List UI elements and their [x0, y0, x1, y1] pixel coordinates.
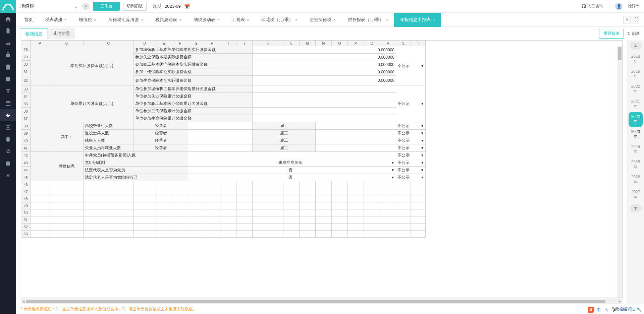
- cell[interactable]: 经营者: [134, 122, 188, 130]
- cell[interactable]: [84, 224, 134, 231]
- ime-punct-icon[interactable]: •,: [604, 307, 610, 313]
- tab-close-icon[interactable]: ×: [386, 17, 388, 22]
- cell[interactable]: [316, 181, 332, 188]
- cell[interactable]: 参加工伤保险本期实际缴费金额: [134, 68, 253, 76]
- cell[interactable]: 本期实际缴费金额(万元): [50, 46, 134, 85]
- cell[interactable]: [253, 231, 283, 238]
- cell[interactable]: [348, 202, 364, 209]
- cell[interactable]: [134, 224, 156, 231]
- cell[interactable]: [316, 137, 396, 144]
- cell[interactable]: [396, 209, 411, 216]
- cell[interactable]: [364, 224, 380, 231]
- cell[interactable]: [396, 181, 411, 188]
- cell[interactable]: [134, 216, 156, 224]
- cell[interactable]: [188, 137, 253, 144]
- subtab-other[interactable]: 其他信息: [48, 28, 75, 39]
- cell[interactable]: [364, 195, 380, 202]
- cell[interactable]: 0.000000: [253, 61, 396, 68]
- cell[interactable]: [300, 195, 316, 202]
- consult-button[interactable]: 🎧 人工咨询: [581, 3, 603, 9]
- nav-calendar-icon[interactable]: [0, 97, 16, 109]
- tab-close-icon[interactable]: ×: [94, 17, 96, 22]
- cell[interactable]: 法定代表人是否为党组织书记: [84, 174, 188, 181]
- year-2022年[interactable]: 2022年: [629, 112, 643, 127]
- cell[interactable]: [31, 181, 50, 188]
- cell[interactable]: [411, 202, 426, 209]
- cell[interactable]: [396, 216, 411, 224]
- cell[interactable]: [316, 188, 332, 195]
- cell[interactable]: [188, 130, 253, 137]
- cell[interactable]: [204, 188, 220, 195]
- cell[interactable]: [364, 188, 380, 195]
- cell[interactable]: [134, 181, 156, 188]
- cell[interactable]: [411, 188, 426, 195]
- cell[interactable]: [283, 202, 300, 209]
- year-2027年[interactable]: 2027年: [627, 187, 644, 202]
- cell[interactable]: 经营者: [134, 137, 188, 144]
- cell[interactable]: [156, 231, 172, 238]
- cell[interactable]: [283, 209, 300, 216]
- cell[interactable]: [380, 181, 396, 188]
- cell[interactable]: [220, 209, 236, 216]
- cell[interactable]: [253, 85, 396, 93]
- cell[interactable]: [316, 231, 332, 238]
- cell[interactable]: [172, 209, 188, 216]
- cell[interactable]: 否▼: [188, 174, 396, 181]
- cell[interactable]: [134, 209, 156, 216]
- cell[interactable]: [188, 122, 253, 130]
- reset-button[interactable]: 重置报表: [599, 29, 624, 39]
- cell[interactable]: [188, 144, 253, 152]
- tab-close-icon[interactable]: ×: [295, 17, 298, 22]
- cell[interactable]: [236, 195, 253, 202]
- username[interactable]: 徐泽华: [628, 3, 640, 9]
- cell[interactable]: [172, 231, 188, 238]
- cell[interactable]: 残疾人人数: [84, 137, 134, 144]
- cell[interactable]: [172, 195, 188, 202]
- cell[interactable]: [364, 216, 380, 224]
- nav-active-icon[interactable]: [0, 109, 16, 121]
- cell[interactable]: [220, 224, 236, 231]
- cell[interactable]: [396, 224, 411, 231]
- cell[interactable]: [348, 231, 364, 238]
- cell[interactable]: 参加生育保险本期实际缴费金额: [134, 76, 253, 85]
- cell[interactable]: [84, 188, 134, 195]
- nav-v-icon[interactable]: [0, 170, 16, 182]
- cell[interactable]: 单位累计欠缴金额(万元): [50, 85, 134, 122]
- cell[interactable]: [188, 209, 204, 216]
- year-2018年[interactable]: 2018年: [627, 52, 644, 67]
- cell[interactable]: 退役士兵人数: [84, 130, 134, 137]
- refresh-button[interactable]: ↻ 刷新: [627, 31, 640, 37]
- cell[interactable]: [253, 181, 283, 188]
- cell[interactable]: 单位参加失业保险累计欠缴金额: [134, 93, 253, 100]
- cell[interactable]: 中共党员(包括预备党员)人数: [84, 152, 188, 159]
- cell[interactable]: [188, 188, 204, 195]
- cell[interactable]: [364, 181, 380, 188]
- cell[interactable]: [411, 216, 426, 224]
- cell[interactable]: [31, 85, 50, 122]
- cell[interactable]: [134, 195, 156, 202]
- cell[interactable]: 不公示▼: [396, 152, 426, 159]
- avatar-icon[interactable]: 👤: [615, 3, 623, 10]
- cell[interactable]: [253, 188, 283, 195]
- cell[interactable]: [380, 188, 396, 195]
- cell[interactable]: [84, 209, 134, 216]
- cell[interactable]: [380, 209, 396, 216]
- cell[interactable]: [316, 130, 396, 137]
- cell[interactable]: [50, 231, 84, 238]
- cell[interactable]: [283, 188, 300, 195]
- cell[interactable]: [411, 209, 426, 216]
- cell[interactable]: [316, 144, 396, 152]
- cell[interactable]: [380, 224, 396, 231]
- cell[interactable]: [31, 231, 50, 238]
- cell[interactable]: [283, 231, 300, 238]
- cell[interactable]: 雇工: [253, 144, 316, 152]
- cell[interactable]: [364, 231, 380, 238]
- cell[interactable]: 不公示▼: [396, 144, 426, 152]
- cell[interactable]: 经营者: [134, 130, 188, 137]
- cell[interactable]: [332, 224, 348, 231]
- year-2019年[interactable]: 2019年: [627, 67, 644, 82]
- cell[interactable]: 不公示▼: [396, 122, 426, 130]
- nav-text-icon[interactable]: [0, 85, 16, 97]
- cell[interactable]: [300, 224, 316, 231]
- cell[interactable]: [50, 195, 84, 202]
